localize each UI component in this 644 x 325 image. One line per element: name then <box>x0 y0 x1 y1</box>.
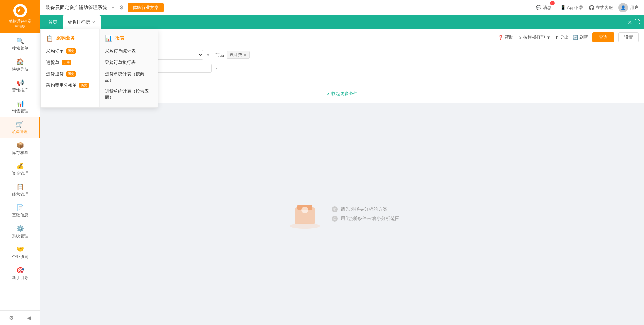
sidebar-item-inventory[interactable]: 📦 库存核算 <box>0 138 40 159</box>
marketing-icon: 📢 <box>16 79 24 86</box>
sidebar-label-purchase: 采购管理 <box>11 129 28 135</box>
refresh-icon: 🔄 <box>573 35 578 40</box>
message-button[interactable]: 💬 消息 6 <box>536 5 555 11</box>
incoming-stat-supplier-label: 进货单统计表（按供应商） <box>105 88 153 100</box>
purchase-incoming-item[interactable]: 进货单 历史 <box>41 57 99 68</box>
sidebar-label-sales: 销售管理 <box>12 108 28 114</box>
industry-button[interactable]: 体验行业方案 <box>128 3 164 12</box>
system-dropdown-icon[interactable]: ▼ <box>111 5 115 10</box>
empty-illustration <box>285 197 325 231</box>
sidebar-item-guide[interactable]: 🎯 新手引导 <box>0 263 40 284</box>
purchase-business-col: 📋 采购业务 采购订单 历史 进货单 历史 进货退货 历史 采购费用分摊单 历史 <box>41 29 99 107</box>
collapse-label: 收起更多条件 <box>331 91 358 97</box>
online-service-button[interactable]: 🎧 在线客服 <box>589 5 613 11</box>
salesperson-more-button[interactable]: ··· <box>214 65 219 71</box>
settings-footer-button[interactable]: ⚙ <box>9 315 14 321</box>
export-button[interactable]: ⬆ 导出 <box>555 34 569 40</box>
incoming-stat-goods-item[interactable]: 进货单统计表（按商品） <box>100 68 158 86</box>
collapse-sidebar-button[interactable]: ◀ <box>27 315 31 321</box>
expand-window-icon[interactable]: ⛶ <box>635 19 640 25</box>
purchase-order-stat-item[interactable]: 采购订单统计表 <box>100 45 158 57</box>
purchase-order-stat-label: 采购订单统计表 <box>105 48 136 54</box>
operation-icon: 📋 <box>16 183 24 191</box>
goods-tag-close[interactable]: ✕ <box>243 53 247 57</box>
sidebar-footer: ⚙ ◀ <box>0 310 40 325</box>
goods-filter: 商品 设计费 ✕ ··· <box>215 51 257 59</box>
sidebar-item-sales[interactable]: 📊 销售管理 <box>0 96 40 117</box>
refresh-button[interactable]: 🔄 刷新 <box>573 34 588 40</box>
help-button[interactable]: ❓ 帮助 <box>498 34 513 40</box>
svg-text:6: 6 <box>18 8 20 13</box>
sidebar-item-search[interactable]: 🔍 搜索菜单 <box>0 34 40 55</box>
print-label: 按模板打印 <box>523 34 545 40</box>
tab-sales-rank[interactable]: 销售排行榜 ✕ <box>63 15 101 29</box>
print-dropdown-icon[interactable]: ▼ <box>546 35 551 40</box>
empty-hint-1-text: 请先选择要分析的方案 <box>341 206 388 212</box>
close-window-icon[interactable]: ✕ <box>628 19 632 26</box>
purchase-order-item[interactable]: 采购订单 历史 <box>41 45 99 57</box>
inventory-icon: 📦 <box>16 141 24 149</box>
system-settings-icon[interactable]: ⚙ <box>119 4 124 11</box>
tab-home[interactable]: 首页 <box>43 15 63 29</box>
basic-icon: 📄 <box>16 204 24 211</box>
sidebar-label-quick-nav: 快捷导航 <box>12 67 28 72</box>
system-title: 装备及固定资产辅助管理系统 <box>46 5 107 11</box>
purchase-incoming-history-badge: 历史 <box>62 60 71 65</box>
purchase-expense-label: 采购费用分摊单 <box>46 82 77 88</box>
empty-state: ① 请先选择要分析的方案 ② 用[过滤]条件来缩小分析范围 <box>40 103 644 325</box>
top-header: 装备及固定资产辅助管理系统 ▼ ⚙ 体验行业方案 💬 消息 6 📱 App下载 … <box>40 0 644 15</box>
message-badge: 6 <box>550 1 555 5</box>
empty-hint-2-text: 用[过滤]条件来缩小分析范围 <box>341 216 400 222</box>
sidebar-item-basic[interactable]: 📄 基础信息 <box>0 201 40 221</box>
sidebar-label-guide: 新手引导 <box>12 275 28 281</box>
headset-icon: 🎧 <box>589 5 594 10</box>
purchase-expense-history-badge: 历史 <box>79 83 89 88</box>
sidebar-logo: 6 畅捷通好生意 标准版 <box>0 0 40 33</box>
tab-bar-right: ✕ ⛶ <box>628 19 640 26</box>
sidebar-item-enterprise[interactable]: 🤝 企业协同 <box>0 242 40 263</box>
purchase-report-col: 📊 报表 采购订单统计表 采购订单执行表 进货单统计表（按商品） 进货单统计表（… <box>99 29 158 107</box>
purchase-expense-item[interactable]: 采购费用分摊单 历史 <box>41 80 99 91</box>
app-download-button[interactable]: 📱 App下载 <box>560 5 583 11</box>
message-label: 消息 <box>543 5 551 11</box>
incoming-stat-supplier-item[interactable]: 进货单统计表（按供应商） <box>100 86 158 103</box>
sidebar-item-purchase[interactable]: 🛒 采购管理 <box>0 117 40 138</box>
phone-icon: 📱 <box>560 5 566 10</box>
message-icon: 💬 <box>536 5 541 10</box>
goods-tag-text: 设计费 <box>230 52 242 58</box>
sidebar-item-quick-nav[interactable]: 🏠 快捷导航 <box>0 55 40 76</box>
settings-button[interactable]: 设置 <box>618 32 639 42</box>
sidebar-label-enterprise: 企业协同 <box>12 254 28 260</box>
home-icon: 🏠 <box>16 58 24 66</box>
sidebar-item-operation[interactable]: 📋 经营管理 <box>0 180 40 201</box>
sidebar-label-system: 系统管理 <box>12 233 28 239</box>
sidebar-label-search: 搜索菜单 <box>12 46 28 51</box>
logo-text: 畅捷通好生意 <box>9 19 31 24</box>
app-download-label: App下载 <box>567 5 583 11</box>
print-button[interactable]: 🖨 按模板打印 ▼ <box>517 34 551 40</box>
purchase-business-header: 📋 采购业务 <box>41 33 99 45</box>
sidebar: 6 畅捷通好生意 标准版 🔍 搜索菜单 🏠 快捷导航 📢 营销推广 📊 销售管理… <box>0 0 40 325</box>
enterprise-icon: 🤝 <box>16 246 24 253</box>
purchase-business-icon: 📋 <box>46 35 53 42</box>
collapse-up-icon: ∧ <box>327 91 330 96</box>
system-icon: ⚙️ <box>16 225 24 232</box>
user-info[interactable]: 👤 用户 <box>618 3 639 12</box>
help-icon: ❓ <box>498 35 503 40</box>
refresh-label: 刷新 <box>579 34 588 40</box>
goods-more-button[interactable]: ··· <box>252 52 257 58</box>
query-button[interactable]: 查询 <box>592 32 614 42</box>
logo-icon: 6 <box>13 4 27 17</box>
logo-sub: 标准版 <box>15 24 25 29</box>
sidebar-item-marketing[interactable]: 📢 营销推广 <box>0 76 40 96</box>
goods-label: 商品 <box>215 52 224 58</box>
purchase-order-history-badge: 历史 <box>66 48 76 54</box>
purchase-return-label: 进货退货 <box>46 71 64 77</box>
purchase-order-exec-item[interactable]: 采购订单执行表 <box>100 57 158 68</box>
close-tab-icon[interactable]: ✕ <box>92 20 95 25</box>
sidebar-item-system[interactable]: ⚙️ 系统管理 <box>0 221 40 242</box>
purchase-return-item[interactable]: 进货退货 历史 <box>41 68 99 80</box>
sidebar-item-finance[interactable]: 💰 资金管理 <box>0 159 40 180</box>
purchase-business-title: 采购业务 <box>56 35 75 41</box>
search-icon: 🔍 <box>16 37 24 45</box>
